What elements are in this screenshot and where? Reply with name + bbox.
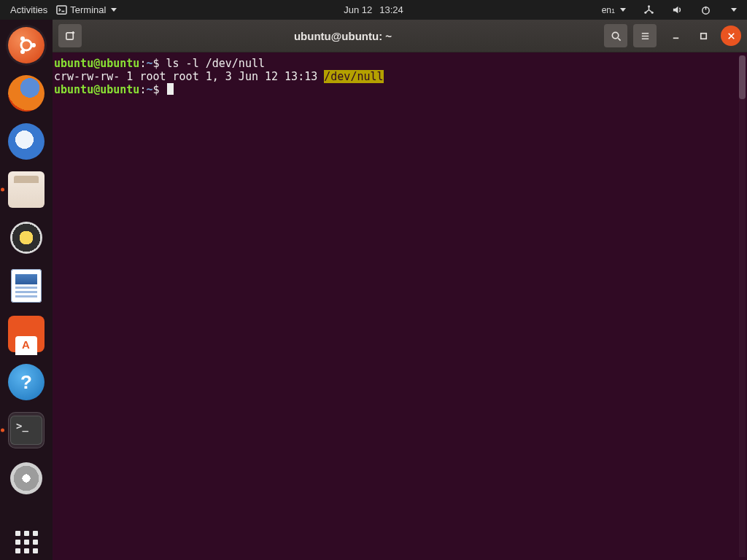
terminal-icon (56, 4, 67, 15)
system-menu-toggle[interactable] (724, 8, 741, 12)
dock-app-disks[interactable] (8, 460, 44, 497)
volume-icon (672, 4, 683, 15)
close-button[interactable] (721, 26, 741, 46)
svg-point-10 (612, 32, 618, 38)
power-indicator[interactable] (696, 4, 716, 15)
window-title: ubuntu@ubuntu: ~ (88, 30, 598, 42)
chevron-down-icon (731, 8, 737, 12)
dock-app-ubuntu[interactable] (8, 27, 44, 63)
svg-rect-11 (700, 33, 706, 39)
chevron-down-icon (111, 8, 117, 12)
power-icon (700, 4, 711, 15)
chevron-down-icon (620, 8, 626, 12)
status-area: en1 (597, 4, 741, 15)
activities-button[interactable]: Activities (6, 4, 52, 15)
volume-indicator[interactable] (667, 4, 687, 15)
maximize-button[interactable] (693, 26, 713, 46)
svg-rect-0 (57, 6, 66, 14)
language-label: en1 (602, 5, 615, 15)
dock-app-files[interactable] (8, 171, 44, 208)
scrollbar[interactable] (739, 55, 746, 557)
dock-app-thunderbird[interactable] (8, 123, 44, 160)
clock-time: 13:24 (379, 4, 403, 15)
dock-app-libreoffice-writer[interactable] (8, 268, 44, 304)
minimize-icon (670, 31, 681, 42)
app-menu-label: Terminal (70, 4, 106, 15)
dock-app-rhythmbox[interactable] (8, 219, 44, 256)
search-icon (611, 31, 622, 42)
svg-point-5 (21, 40, 31, 50)
clock-date: Jun 12 (344, 4, 372, 15)
close-icon (726, 31, 737, 42)
new-tab-button[interactable] (58, 24, 82, 47)
svg-rect-9 (66, 32, 72, 39)
new-tab-icon (65, 31, 76, 42)
minimize-button[interactable] (665, 26, 686, 46)
terminal-output: ubuntu@ubuntu:~$ ls -l /dev/nullcrw-rw-r… (54, 57, 743, 96)
titlebar: ubuntu@ubuntu: ~ (53, 20, 747, 52)
terminal-window: ubuntu@ubuntu: ~ ubuntu@ubuntu:~$ ls -l … (53, 20, 747, 560)
scrollbar-thumb[interactable] (739, 55, 746, 99)
dock-app-firefox[interactable] (8, 75, 44, 112)
search-button[interactable] (604, 24, 627, 47)
dock-show-applications[interactable] (8, 524, 44, 560)
terminal-line: ubuntu@ubuntu:~$ (54, 83, 743, 96)
ubuntu-logo-icon (15, 34, 37, 56)
clock[interactable]: Jun 12 13:24 (344, 4, 403, 15)
hamburger-icon (640, 31, 651, 42)
dock-app-terminal[interactable]: >_ (8, 412, 44, 448)
hamburger-menu-button[interactable] (633, 24, 657, 47)
cursor (167, 83, 174, 95)
network-indicator[interactable] (639, 4, 659, 15)
dock-app-help[interactable]: ? (8, 364, 44, 400)
svg-point-8 (20, 50, 25, 54)
svg-point-7 (20, 36, 25, 41)
svg-point-6 (31, 43, 36, 47)
app-menu-button[interactable]: Terminal (52, 4, 121, 15)
dock: ? >_ (0, 20, 53, 560)
top-bar: Activities Terminal Jun 12 13:24 en1 (0, 0, 747, 20)
activities-label: Activities (10, 4, 47, 15)
terminal-line: crw-rw-rw- 1 root root 1, 3 Jun 12 13:13… (54, 70, 743, 83)
maximize-icon (698, 31, 709, 42)
window-controls (665, 26, 741, 46)
terminal-line: ubuntu@ubuntu:~$ ls -l /dev/null (54, 57, 743, 70)
network-icon (643, 4, 654, 15)
grid-icon (15, 531, 38, 553)
input-source-button[interactable]: en1 (597, 5, 630, 15)
terminal-body[interactable]: ubuntu@ubuntu:~$ ls -l /dev/nullcrw-rw-r… (53, 52, 747, 560)
dock-app-ubuntu-software[interactable] (8, 316, 44, 352)
